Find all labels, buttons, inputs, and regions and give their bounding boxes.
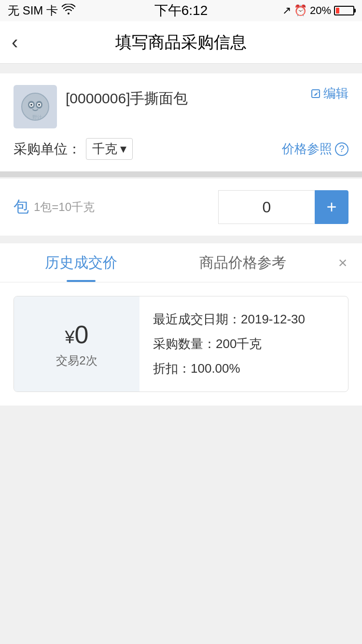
price-discount-row: 折扣：100.00% xyxy=(153,359,334,378)
date-label: 最近成交日期： xyxy=(153,312,241,326)
price-card: ¥0 交易2次 最近成交日期：2019-12-30 采购数量：200千克 折扣：… xyxy=(14,296,348,392)
product-name: [0000006]手撕面包 xyxy=(66,88,188,106)
tab-history-price[interactable]: 历史成交价 xyxy=(0,243,162,282)
price-card-wrapper: ¥0 交易2次 最近成交日期：2019-12-30 采购数量：200千克 折扣：… xyxy=(0,282,362,406)
quantity-label-text: 采购数量： xyxy=(153,336,216,351)
wifi-icon xyxy=(62,4,75,17)
close-button[interactable]: × xyxy=(323,243,362,282)
battery-pct-text: 20% xyxy=(310,4,331,17)
quantity-input[interactable] xyxy=(218,190,315,224)
price-amount: 0 xyxy=(75,321,89,349)
quantity-row: 包 1包=10千克 + xyxy=(0,178,362,236)
plus-button[interactable]: + xyxy=(315,190,348,224)
product-left: 野计 [0000006]手撕面包 xyxy=(14,85,188,128)
svg-point-6 xyxy=(38,104,40,106)
discount-value: 100.00% xyxy=(191,361,240,376)
status-left: 无 SIM 卡 xyxy=(8,3,75,18)
edit-button[interactable]: 编辑 xyxy=(311,85,348,102)
price-trades: 交易2次 xyxy=(56,353,97,368)
page-title: 填写商品采购信息 xyxy=(115,31,247,54)
tabs-section: 历史成交价 商品价格参考 × ¥0 交易2次 xyxy=(0,243,362,406)
price-ref-button[interactable]: 价格参照 ? xyxy=(282,140,348,157)
back-button[interactable]: ‹ xyxy=(12,31,18,53)
quantity-value: 200千克 xyxy=(216,336,262,351)
svg-text:野计: 野计 xyxy=(32,114,42,120)
product-card: 野计 [0000006]手撕面包 编辑 采购单位： 千克 xyxy=(0,73,362,171)
tab-product-price[interactable]: 商品价格参考 xyxy=(162,243,323,282)
product-header: 野计 [0000006]手撕面包 编辑 xyxy=(14,85,348,128)
carrier-text: 无 SIM 卡 xyxy=(8,3,58,18)
discount-label: 折扣： xyxy=(153,361,191,376)
price-quantity-row: 采购数量：200千克 xyxy=(153,335,334,353)
close-icon: × xyxy=(338,254,348,272)
price-display: ¥0 xyxy=(65,320,89,349)
alarm-icon: ⏰ xyxy=(294,4,307,17)
purchase-unit-label: 采购单位： xyxy=(14,140,81,158)
status-time: 下午6:12 xyxy=(154,1,208,20)
location-icon: ↗ xyxy=(282,4,291,17)
help-icon: ? xyxy=(335,142,348,156)
tab-active-indicator xyxy=(67,280,96,282)
main-content: 野计 [0000006]手撕面包 编辑 采购单位： 千克 xyxy=(0,73,362,644)
quantity-controls: + xyxy=(218,190,348,224)
price-left-panel: ¥0 交易2次 xyxy=(14,296,139,392)
unit-badge: 包 xyxy=(14,196,29,218)
tabs-header: 历史成交价 商品价格参考 × xyxy=(0,243,362,282)
price-right-panel: 最近成交日期：2019-12-30 采购数量：200千克 折扣：100.00% xyxy=(139,296,348,392)
unit-selector[interactable]: 千克 ▾ xyxy=(86,138,133,160)
battery-icon xyxy=(334,6,354,15)
currency-symbol: ¥ xyxy=(65,327,75,347)
date-value: 2019-12-30 xyxy=(241,312,305,326)
svg-point-5 xyxy=(30,104,32,106)
product-footer: 采购单位： 千克 ▾ 价格参照 ? xyxy=(14,138,348,160)
product-image: 野计 xyxy=(14,85,57,128)
status-bar: 无 SIM 卡 下午6:12 ↗ ⏰ 20% xyxy=(0,0,362,21)
divider xyxy=(0,171,362,177)
purchase-unit: 采购单位： 千克 ▾ xyxy=(14,138,133,160)
price-ref-label: 价格参照 xyxy=(282,140,332,157)
dropdown-arrow-icon: ▾ xyxy=(120,141,126,156)
price-date-row: 最近成交日期：2019-12-30 xyxy=(153,310,334,329)
unit-desc: 1包=10千克 xyxy=(34,199,95,215)
nav-bar: ‹ 填写商品采购信息 xyxy=(0,21,362,64)
unit-value: 千克 xyxy=(92,140,117,157)
battery-fill xyxy=(336,8,339,14)
quantity-label: 包 1包=10千克 xyxy=(14,196,95,218)
status-right: ↗ ⏰ 20% xyxy=(282,4,354,17)
